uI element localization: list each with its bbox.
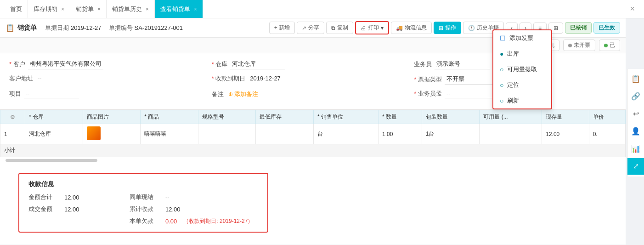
salesperson-label: 业务员 <box>414 60 432 68</box>
salesperson-value: 演示账号 <box>435 59 490 69</box>
locate-item[interactable]: ○ 定位 <box>493 77 551 93</box>
row-unit: 台 <box>313 124 378 144</box>
available-qty-item[interactable]: ○ 可用量提取 <box>493 62 551 77</box>
refresh-icon: ○ <box>500 97 503 104</box>
minstock-column-header: 最低库存 <box>256 110 314 124</box>
tab-close-sales[interactable]: × <box>97 6 101 12</box>
project-value: -- <box>24 89 79 98</box>
row-image <box>83 124 141 144</box>
packqty-column-header: 包装数量 <box>422 110 480 124</box>
deal-amount-field: 成交金额 12.00 <box>28 205 130 213</box>
salesperson2-label: 业务员孟 <box>414 90 442 98</box>
table-row: 1 河北仓库 嘻嘻嘻嘻 台 1.00 1台 12.00 0. <box>0 124 626 144</box>
history-icon: 🕐 <box>468 25 475 31</box>
due-date-note: （收款到期日: 2019-12-27） <box>183 217 253 225</box>
confirm-button[interactable]: 已 <box>599 40 620 51</box>
document-title: 📋 销货单 <box>6 23 37 32</box>
sidebar-icon-chart[interactable]: 📊 <box>627 141 644 157</box>
row-minstock <box>256 124 314 144</box>
tab-inventory-init[interactable]: 库存期初 × <box>28 0 70 18</box>
outbound-item[interactable]: ● 出库 <box>493 46 551 62</box>
truck-icon: 🚚 <box>396 25 403 31</box>
tab-close-inventory[interactable]: × <box>61 6 64 12</box>
ticket-type-value: 不开票 <box>445 74 500 85</box>
tab-close-view[interactable]: × <box>194 6 197 12</box>
spec-column-header: 规格型号 <box>198 110 256 124</box>
print-button[interactable]: 🖨 打印 ▾ <box>355 21 389 34</box>
operations-button[interactable]: ⊞ 操作 <box>434 22 461 34</box>
number-field: 单据编号 SA-20191227-001 <box>109 24 183 32</box>
price-column-header: 单价 <box>589 110 625 124</box>
new-button[interactable]: + 新增 <box>269 22 295 34</box>
sidebar-icon-user[interactable]: 👤 <box>627 123 644 140</box>
document-meta: 单据日期 2019-12-27 单据编号 SA-20191227-001 <box>45 24 266 32</box>
warehouse-value: 河北仓库 <box>230 59 285 69</box>
copy-icon: ⧉ <box>331 25 335 31</box>
customer-value: 柳州粤港平安气体有限公司 <box>28 59 103 69</box>
image-column-header: 商品图片 <box>83 110 141 124</box>
sidebar-icon-expand[interactable]: ⤢ <box>627 158 644 175</box>
add-invoice-item[interactable]: ☐ 添加发票 <box>493 30 551 46</box>
sidebar-icon-link[interactable]: 🔗 <box>627 88 644 105</box>
share-icon: ↗ <box>302 25 306 31</box>
add-note-btn[interactable]: ⊕ 添加备注 <box>226 89 282 99</box>
product-table: ⚙ * 仓库 商品图片 * 商品 规格型号 最低库存 * 销售单位 * 数量 包… <box>0 110 626 157</box>
tab-view-sales[interactable]: 查看销货单 × <box>155 0 203 18</box>
project-field: 项目 -- <box>9 89 212 98</box>
same-order-field: 同单现结 -- <box>130 193 258 201</box>
due-date-value: 2019-12-27 <box>248 74 303 83</box>
window-close-button[interactable]: × <box>625 4 639 14</box>
table-header-row: ⚙ * 仓库 商品图片 * 商品 规格型号 最低库存 * 销售单位 * 数量 包… <box>0 110 626 124</box>
subtotal-row: 小计 <box>0 144 626 157</box>
date-field: 单据日期 2019-12-27 <box>45 24 102 32</box>
invoice-icon: ☐ <box>500 34 506 42</box>
row-stock: 12.00 <box>542 124 589 144</box>
tab-bar: 首页 库存期初 × 销货单 × 销货单历史 × 查看销货单 × × <box>0 0 644 18</box>
green-dot-icon <box>604 44 608 47</box>
stock-column-header: 现存量 <box>542 110 589 124</box>
available-column-header: 可用量 (... <box>480 110 542 124</box>
cumulative-receipt-field: 累计收款 12.00 <box>130 205 258 213</box>
settings-column-header[interactable]: ⚙ <box>0 110 25 124</box>
outbound-icon: ● <box>500 50 503 57</box>
product-table-container: ⚙ * 仓库 商品图片 * 商品 规格型号 最低库存 * 销售单位 * 数量 包… <box>0 109 626 164</box>
due-date-label: 收款到期日 <box>212 74 246 83</box>
grid-icon: ⊞ <box>439 25 443 31</box>
row-quantity: 1.00 <box>378 124 422 144</box>
payment-info-box: 收款信息 金额合计 12.00 同单现结 -- 成交金额 12.00 <box>18 173 268 233</box>
right-sidebar: 📋 🔗 ↩ 👤 📊 ⤢ <box>627 69 644 177</box>
share-button[interactable]: ↗ 分享 <box>297 22 324 34</box>
sidebar-icon-doc[interactable]: 📋 <box>627 71 644 87</box>
address-label: 客户地址 <box>9 74 33 83</box>
refresh-item[interactable]: ○ 刷新 <box>493 93 551 108</box>
note-label: 备注 <box>212 90 224 98</box>
toolbar-actions: + 新增 ↗ 分享 ⧉ 复制 🖨 打印 ▾ 🚚 物流信息 <box>269 21 620 34</box>
sidebar-icon-return[interactable]: ↩ <box>627 106 644 122</box>
copy-button[interactable]: ⧉ 复制 <box>326 22 353 34</box>
project-label: 项目 <box>9 90 21 98</box>
tab-home[interactable]: 首页 <box>5 0 28 18</box>
horizontal-scrollbar[interactable] <box>6 159 97 162</box>
print-dropdown-icon: ▾ <box>381 25 384 31</box>
warehouse-field: 仓库 河北仓库 <box>212 59 414 69</box>
not-open-button[interactable]: 未开票 <box>563 40 595 51</box>
ticket-type-label: 票据类型 <box>414 75 442 84</box>
salesperson2-value: -- <box>445 89 500 98</box>
tab-close-history[interactable]: × <box>146 6 149 12</box>
tab-sales-history[interactable]: 销货单历史 × <box>107 0 155 18</box>
outstanding-field: 本单欠款 0.00 （收款到期日: 2019-12-27） <box>130 217 258 225</box>
tab-sales-order[interactable]: 销货单 × <box>70 0 107 18</box>
row-index: 1 <box>0 124 25 144</box>
address-field: 客户地址 -- <box>9 74 212 83</box>
warehouse-column-header: * 仓库 <box>25 110 83 124</box>
print-icon: 🖨 <box>361 25 366 31</box>
row-spec <box>198 124 256 144</box>
document-icon: 📋 <box>6 23 15 32</box>
row-product: 嘻嘻嘻嘻 <box>141 124 198 144</box>
customer-label: 客户 <box>9 60 25 68</box>
address-value: -- <box>36 74 91 83</box>
unit-column-header: * 销售单位 <box>313 110 378 124</box>
logistics-button[interactable]: 🚚 物流信息 <box>391 22 432 34</box>
subtotal-label: 小计 <box>0 144 626 157</box>
payment-title: 收款信息 <box>28 180 258 188</box>
